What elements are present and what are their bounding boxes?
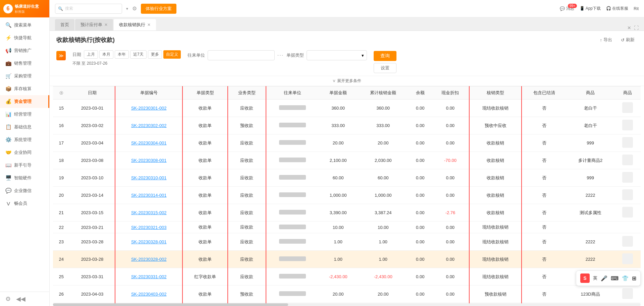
mic-icon[interactable]: 🎤 [601,275,607,282]
cell-product2-11 [614,286,641,303]
th-doc-type[interactable]: 单据类型 [182,86,228,100]
cell-product2-8 [614,233,641,251]
cell-writeoff-8: 现结收款核销 [469,233,522,251]
sidebar-item-12[interactable]: 🖥️智能硬件 [0,172,49,184]
counterparty-input[interactable] [208,50,275,60]
tab-2[interactable]: 收款核销执行✕ [114,19,156,30]
doc-no-link-0[interactable]: SK-20230301-002 [131,106,167,111]
th-product1[interactable]: 商品 [566,86,614,100]
this-month-btn[interactable]: 本月 [99,50,113,59]
this-year-btn[interactable]: 本年 [115,50,129,59]
sidebar-label-8: 基础信息 [14,124,32,130]
th-product2[interactable]: 商品 [614,86,641,100]
doc-no-link-3[interactable]: SK-20230308-001 [131,158,167,163]
sidebar-item-5[interactable]: 📦库存核算 [0,82,49,95]
sidebar-item-8[interactable]: 📋基础信息 [0,121,49,133]
th-included[interactable]: 包含已结清 [522,86,566,100]
dropdown-arrow-icon[interactable]: ▾ [126,6,128,11]
grid-icon[interactable]: ⊞ [632,275,636,282]
th-discount[interactable]: 现金折扣 [432,86,469,100]
expand-tab-icon[interactable]: ⛶ [634,25,639,30]
doc-no-link-5[interactable]: SK-20230314-001 [131,193,167,198]
product-thumb-8 [622,236,633,247]
topbar-right: 💬 消息 99+ 📱 App下载 🎧 在线客服 Rit [560,6,639,11]
tab-close-2[interactable]: ✕ [147,22,151,27]
last-month-btn[interactable]: 上月 [84,50,98,59]
sidebar-label-10: 企业协同 [14,149,32,156]
sidebar-item-9[interactable]: ⚙️系统管理 [0,133,49,146]
more-dates-btn[interactable]: 更多 [148,50,162,59]
th-doc-no[interactable]: 单据编号 [115,86,182,100]
settings-icon[interactable]: ⚙ [5,295,11,303]
cell-balance-2: 0.00 [409,134,432,152]
th-settled[interactable]: 累计核销金额 [358,86,409,100]
filter-toggle-btn[interactable]: ≫ [56,51,66,60]
scrollbar-thumb[interactable] [53,303,288,306]
sidebar-item-7[interactable]: 📊经营管理 [0,108,49,121]
doc-no-link-11[interactable]: SK-20230403-002 [131,292,167,297]
solution-button[interactable]: 体验行业方案 [141,4,176,14]
sidebar-logo: 6 畅康道好生意 标推版 [0,0,49,17]
th-date[interactable]: 日期 [70,86,115,100]
th-biz-type[interactable]: 业务类型 [228,86,266,100]
headset-icon: 🎧 [606,6,611,11]
export-button[interactable]: ↑ 导出 [597,36,615,44]
service-link[interactable]: 🎧 在线客服 [606,6,628,11]
sidebar-item-13[interactable]: 💬企业微信 [0,184,49,197]
th-balance[interactable]: 余额 [409,86,432,100]
th-write-off-type[interactable]: 核销类型 [469,86,522,100]
query-button[interactable]: 查询 [374,51,396,61]
tab-close-1[interactable]: ✕ [104,22,108,27]
cell-balance-0: 0.00 [409,100,432,117]
sidebar-item-0[interactable]: 🔍搜索菜单 [0,19,49,32]
cell-amount-5: 1,000.00 [319,187,357,204]
expand-conditions-row[interactable]: ∨ 展开更多条件 [50,76,644,86]
refresh-button[interactable]: ↺ 刷新 [618,36,637,44]
table-row: 23 2023-03-28 SK-20230328-001 收款单 应收款 1.… [53,233,641,251]
refresh-icon: ↺ [621,38,625,43]
cell-included-2: 否 [522,134,566,152]
doc-no-link-9[interactable]: SK-20230328-002 [131,257,167,262]
sidebar-item-6[interactable]: 💰资金管理 [0,95,49,108]
sidebar-item-4[interactable]: 🛒采购管理 [0,70,49,82]
message-button[interactable]: 💬 消息 99+ [560,6,574,11]
cell-discount-11: 0.00 [432,286,469,303]
sidebar-item-10[interactable]: 🤝企业协同 [0,146,49,159]
gear-icon[interactable]: ⚙ [132,5,137,12]
th-counterparty[interactable]: 往来单位 [266,86,319,100]
sidebar-item-2[interactable]: 📢营销推广 [0,44,49,57]
doc-no-link-7[interactable]: SK-20230321-003 [131,225,167,230]
cell-doctype-9: 收款单 [182,251,228,268]
sidebar-item-11[interactable]: 📖新手引导 [0,159,49,172]
last-7days-btn[interactable]: 近7天 [130,50,147,59]
doc-no-link-4[interactable]: SK-20230310-001 [131,175,167,180]
keyboard-icon[interactable]: ⌨ [611,275,619,282]
shirt-icon[interactable]: 👕 [622,275,629,282]
tab-1[interactable]: 预计应付单✕ [75,19,113,30]
settings-button[interactable]: 设置 [374,63,396,73]
sidebar-item-3[interactable]: 💼销售管理 [0,57,49,70]
doc-no-link-6[interactable]: SK-20230315-002 [131,210,167,215]
doc-type-select[interactable]: ▾ [307,50,367,60]
doc-no-link-2[interactable]: SK-20230304-001 [131,140,167,145]
tab-0[interactable]: 首页 [55,19,74,30]
th-amount[interactable]: 单据金额 [319,86,357,100]
search-box[interactable]: 🔍 搜索 [55,4,122,14]
app-download-link[interactable]: 📱 App下载 [580,6,601,11]
doc-no-link-10[interactable]: SK-20230331-002 [131,274,167,279]
collapse-icon[interactable]: ◀◀ [16,295,25,303]
cell-settled-1: 333.00 [358,117,409,134]
logo-icon: 6 [3,4,13,13]
custom-date-btn[interactable]: 自定义 [163,50,181,59]
doc-no-link-1[interactable]: SK-20230302-002 [131,123,167,128]
sidebar-item-14[interactable]: V畅会员 [0,197,49,210]
doc-no-link-8[interactable]: SK-20230328-001 [131,239,167,244]
close-tab-icon[interactable]: ✕ [627,25,631,30]
horizontal-scrollbar[interactable] [53,303,641,306]
cell-settled-2: 20.00 [358,134,409,152]
product-thumb-5 [622,189,633,200]
sidebar-label-7: 经营管理 [14,111,32,117]
sidebar-item-1[interactable]: ⚡快捷导航 [0,32,49,44]
user-menu[interactable]: Rit [634,6,639,11]
cell-no-11: 26 [53,286,70,303]
